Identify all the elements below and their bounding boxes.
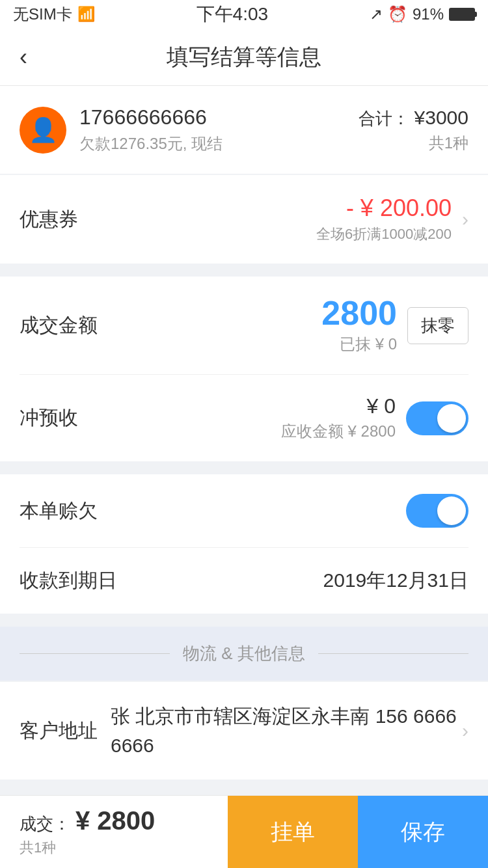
deal-amount-right: 2800 已抹 ¥ 0 抹零 [98, 296, 468, 355]
coupon-desc: 全场6折满1000减200 [316, 224, 452, 244]
debt-label: 本单赊欠 [20, 498, 98, 524]
carrier-text: 无SIM卡 [13, 4, 72, 25]
status-left: 无SIM卡 📶 [13, 4, 95, 25]
bottom-summary-label: 成交： [20, 813, 70, 835]
prepay-label: 冲预收 [20, 405, 78, 431]
page-title: 填写结算等信息 [167, 42, 321, 72]
debt-row: 本单赊欠 [20, 474, 468, 548]
item-count: 共1种 [359, 133, 468, 154]
logistics-line-right [318, 653, 468, 654]
bottom-summary: 成交： ¥ 2800 共1种 [0, 806, 228, 858]
due-date-label: 收款到期日 [20, 567, 117, 594]
coupon-right: - ¥ 200.00 全场6折满1000减200 › [78, 195, 468, 244]
prepay-value-block: ¥ 0 应收金额 ¥ 2800 [281, 394, 396, 442]
pending-button[interactable]: 挂单 [228, 796, 358, 869]
wifi-icon: 📶 [77, 6, 95, 23]
customer-debt: 欠款1276.35元, 现结 [79, 133, 223, 154]
total-label: 合计： [359, 109, 409, 128]
section-gap-1 [0, 264, 488, 277]
location-icon: ↗ [370, 5, 383, 23]
deal-amount-row: 成交金额 2800 已抹 ¥ 0 抹零 [20, 277, 468, 375]
save-button[interactable]: 保存 [358, 796, 488, 869]
status-right: ↗ ⏰ 91% [370, 5, 475, 23]
nav-bar: ‹ 填写结算等信息 [0, 29, 488, 86]
bottom-bar: 成交： ¥ 2800 共1种 挂单 保存 [0, 795, 488, 868]
avatar-icon: 👤 [29, 116, 58, 144]
deal-amount-sub: 已抹 ¥ 0 [321, 334, 397, 355]
due-date-row: 收款到期日 2019年12月31日 [20, 548, 468, 614]
bottom-summary-count: 共1种 [20, 838, 208, 858]
main-content: 👤 17666666666 欠款1276.35元, 现结 合计： ¥3000 共… [0, 86, 488, 868]
deal-amount-label: 成交金额 [20, 312, 98, 339]
address-chevron-icon: › [462, 720, 468, 742]
prepay-row: 冲预收 ¥ 0 应收金额 ¥ 2800 [20, 375, 468, 461]
alarm-icon: ⏰ [388, 5, 407, 23]
bottom-summary-amount: ¥ 2800 [75, 806, 155, 835]
debt-toggle[interactable] [406, 494, 468, 528]
status-time: 下午4:03 [197, 2, 269, 27]
deal-amount-value: 2800 [321, 296, 397, 330]
logistics-title: 物流 & 其他信息 [183, 642, 305, 665]
coupon-label: 优惠券 [20, 206, 78, 233]
round-off-button[interactable]: 抹零 [407, 307, 468, 344]
toggle-knob [437, 404, 466, 433]
prepay-receivable: 应收金额 ¥ 2800 [281, 421, 396, 442]
battery-icon [449, 8, 475, 21]
coupon-section: 优惠券 - ¥ 200.00 全场6折满1000减200 › [0, 175, 488, 264]
coupon-value: - ¥ 200.00 全场6折满1000减200 [316, 195, 452, 244]
logistics-line-left [20, 653, 170, 654]
prepay-amount: ¥ 0 [281, 394, 396, 418]
customer-left: 👤 17666666666 欠款1276.35元, 现结 [20, 105, 223, 154]
due-date-value: 2019年12月31日 [323, 567, 468, 594]
bottom-label-row: 成交： ¥ 2800 [20, 806, 208, 835]
debt-section: 本单赊欠 收款到期日 2019年12月31日 [0, 474, 488, 614]
customer-total: 合计： ¥3000 共1种 [359, 107, 468, 154]
coupon-row[interactable]: 优惠券 - ¥ 200.00 全场6折满1000减200 › [20, 175, 468, 264]
chevron-right-icon: › [462, 208, 468, 230]
coupon-discount: - ¥ 200.00 [316, 195, 452, 222]
prepay-right: ¥ 0 应收金额 ¥ 2800 [78, 394, 468, 442]
address-value: 张 北京市市辖区海淀区永丰南 156 6666 6666 [111, 701, 462, 760]
avatar: 👤 [20, 107, 66, 154]
back-button[interactable]: ‹ [20, 46, 27, 69]
customer-phone: 17666666666 [79, 105, 223, 129]
deal-amount-value-block: 2800 已抹 ¥ 0 [321, 296, 397, 355]
section-gap-2 [0, 461, 488, 474]
status-bar: 无SIM卡 📶 下午4:03 ↗ ⏰ 91% [0, 0, 488, 29]
address-label: 客户地址 [20, 718, 98, 744]
prepay-toggle[interactable] [406, 401, 468, 435]
address-row[interactable]: 客户地址 张 北京市市辖区海淀区永丰南 156 6666 6666 › [0, 682, 488, 780]
battery-text: 91% [413, 5, 444, 23]
total-amount: ¥3000 [414, 107, 468, 128]
debt-toggle-knob [437, 496, 466, 525]
debt-right [98, 494, 468, 528]
logistics-section-header: 物流 & 其他信息 [0, 627, 488, 681]
customer-card: 👤 17666666666 欠款1276.35元, 现结 合计： ¥3000 共… [0, 86, 488, 174]
amount-section: 成交金额 2800 已抹 ¥ 0 抹零 冲预收 ¥ 0 应收金额 ¥ 2800 [0, 277, 488, 461]
customer-info: 17666666666 欠款1276.35元, 现结 [79, 105, 223, 154]
